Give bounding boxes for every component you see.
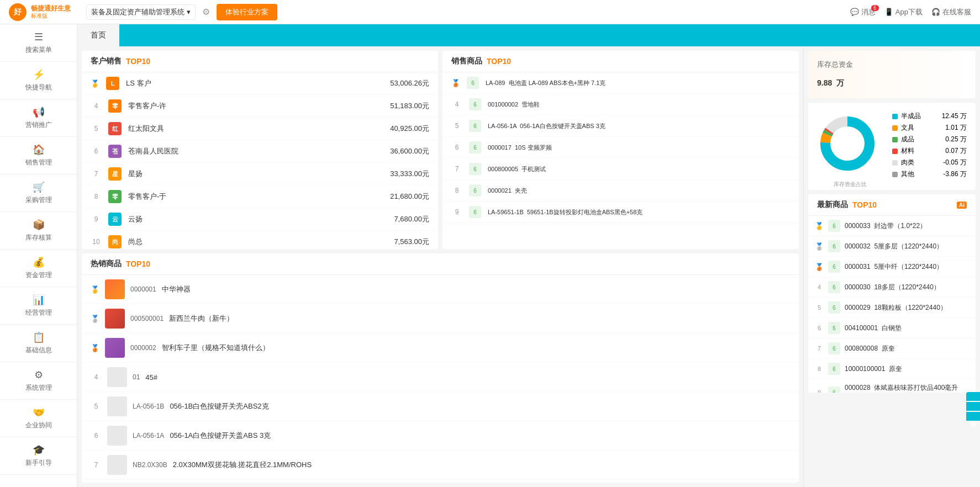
- rank-5: 5: [91, 125, 102, 133]
- latest-products-header: 最新商品 TOP10 Ai: [808, 194, 976, 216]
- hot-name-2: 新西兰牛肉（新牛）: [169, 314, 234, 324]
- hot-products-top10: TOP10: [126, 260, 150, 268]
- sales-product-item-5: 5 6 LA-056-1A 056-1A白色按键开关盖ABS 3克: [442, 115, 799, 137]
- right-panel: 库存总资金 9.88 万: [803, 46, 980, 487]
- product-img-6: [107, 426, 127, 446]
- medal-bronze-icon: 🥉: [451, 79, 460, 87]
- legend-value-5: -3.86 万: [943, 170, 967, 179]
- sales-product-item-4: 4 6 001000002 雪地鞋: [442, 94, 799, 115]
- product-img-7: [107, 455, 127, 475]
- float-community[interactable]: 服务社区: [966, 402, 980, 411]
- latest-medal-silver: 🥈: [815, 242, 824, 251]
- latest-icon-6: 6: [828, 322, 840, 334]
- hot-products-card: 热销商品 TOP10 🥇 0000001 中华神器 🥈: [82, 253, 799, 483]
- customer-item-7: 7 星 星扬 33,333.00元: [82, 163, 438, 186]
- latest-product-4: 4 6 0000030 18多层（1220*2440）: [808, 277, 976, 298]
- customer-value-8: 21,680.00元: [390, 192, 429, 202]
- sidebar-label-basic-info: 基础信息: [25, 346, 52, 355]
- customer-item-10: 10 尚 尚总 7,563.00元: [82, 231, 438, 249]
- hot-name-1: 中华神器: [162, 284, 191, 294]
- marketing-icon: 📢: [33, 106, 45, 118]
- app-download-button[interactable]: 📱 App下载: [884, 7, 923, 17]
- trial-button[interactable]: 体验行业方案: [217, 4, 277, 20]
- logo-icon: 好: [9, 3, 27, 21]
- customer-badge-8: 零: [108, 190, 122, 203]
- sales-product-name-5: 000800005 手机测试: [488, 165, 790, 173]
- sidebar-item-sales[interactable]: 🏠 销售管理: [0, 137, 77, 174]
- product-img-1: [105, 279, 125, 299]
- tab-home[interactable]: 首页: [77, 24, 119, 46]
- customer-name-8: 零售客户-于: [128, 192, 383, 202]
- top-sales-products-header: 销售商品 TOP10: [442, 51, 799, 72]
- nav-icon: ⚡: [33, 68, 45, 81]
- top-customers-header: 客户销售 TOP10: [82, 51, 438, 72]
- product-icon-4: 6: [469, 141, 481, 153]
- product-icon-2: 6: [469, 98, 481, 110]
- customer-item-9: 9 云 云扬 7,680.00元: [82, 208, 438, 231]
- rank-4: 4: [91, 102, 102, 110]
- online-service-button[interactable]: 🎧 在线客服: [931, 7, 971, 17]
- settings-icon[interactable]: ⚙: [202, 7, 210, 17]
- customer-badge-7: 星: [108, 167, 122, 181]
- finance-icon: 💰: [33, 256, 45, 268]
- customer-name-7: 星扬: [128, 169, 383, 179]
- sidebar-label-sales: 销售管理: [25, 158, 52, 167]
- inventory-icon: 📦: [33, 219, 45, 231]
- sales-product-item-3: 🥉 6 LA-089 电池盖 LA-089 ABS本色+黑种 7.1克: [442, 72, 799, 94]
- latest-products-title: 最新商品: [817, 200, 848, 210]
- customer-name-6: 苍南县人民医院: [128, 146, 383, 156]
- hot-product-4: 4 01 45#: [82, 363, 799, 392]
- system-selector[interactable]: 装备及固定资产辅助管理系统 ▾: [86, 4, 196, 20]
- sales-product-name-6: 0000021 夹壳: [488, 187, 790, 195]
- search-icon: ☰: [34, 31, 43, 43]
- inventory-chart-card: 库存资金占比 半成品 12.45 万: [808, 103, 976, 190]
- latest-products-top10: TOP10: [852, 200, 877, 209]
- latest-info-8: 10000100001 原奎: [845, 364, 969, 374]
- latest-products-card: 最新商品 TOP10 Ai 🥇 6 0000033 封边带（1.0*22）: [808, 194, 976, 393]
- guide-icon: 🎓: [33, 444, 45, 456]
- legend-dot-1: [892, 125, 898, 131]
- nav-bar: 首页: [77, 24, 980, 46]
- message-button[interactable]: 💬 消息 6: [850, 7, 876, 17]
- sidebar-label-marketing: 营销推广: [25, 120, 52, 130]
- customer-name-5: 红太阳文具: [128, 124, 383, 134]
- latest-icon-1: 6: [828, 220, 840, 232]
- legend-label-2: 成品: [901, 135, 914, 144]
- hot-product-1: 🥇 0000001 中华神器: [82, 275, 799, 304]
- sidebar-label-purchase: 采购管理: [25, 195, 52, 205]
- latest-product-5: 5 6 0000029 18颗粒板（1220*2440）: [808, 298, 976, 318]
- sidebar-item-collab[interactable]: 🤝 企业协同: [0, 400, 77, 437]
- sidebar-item-operations[interactable]: 📊 经营管理: [0, 287, 77, 325]
- customer-value-4: 51,183.00元: [390, 101, 429, 111]
- float-customer-service[interactable]: 客服热线: [966, 392, 980, 401]
- sidebar-item-purchase[interactable]: 🛒 采购管理: [0, 174, 77, 212]
- legend-item-2: 成品 0.25 万: [892, 135, 967, 144]
- left-section: 客户销售 TOP10 🥇 L LS 客户 53,006.26元: [77, 46, 803, 487]
- main-layout: ☰ 搜索菜单 ⚡ 快捷导航 📢 营销推广 🏠 销售管理 🛒 采购管理 📦 库存核…: [0, 24, 980, 487]
- sidebar-item-search[interactable]: ☰ 搜索菜单: [0, 24, 77, 62]
- sidebar-item-finance[interactable]: 💰 资金管理: [0, 250, 77, 287]
- hot-product-6: 6 LA-056-1A 056-1A白色按键开关盖ABS 3克: [82, 421, 799, 451]
- legend-label-0: 半成品: [901, 112, 921, 121]
- sidebar-item-guide[interactable]: 🎓 新手引导: [0, 437, 77, 475]
- main-content: 客户销售 TOP10 🥇 L LS 客户 53,006.26元: [77, 46, 980, 487]
- customer-item-4: 4 零 零售客户-许 51,183.00元: [82, 95, 438, 118]
- latest-info-2: 0000032 5厘多层（1220*2440）: [845, 242, 969, 251]
- sidebar-item-basic-info[interactable]: 📋 基础信息: [0, 325, 77, 362]
- top-sales-products-card: 销售商品 TOP10 🥉 6 LA-089 电池盖 LA-089 ABS本色+黑…: [442, 51, 799, 249]
- sidebar-item-marketing[interactable]: 📢 营销推广: [0, 99, 77, 137]
- inventory-summary-card: 库存总资金 9.88 万: [808, 51, 976, 98]
- float-live[interactable]: 直播: [966, 412, 980, 421]
- hot-name-7: 2.0X30MM双搓花轴.搓花直径2.1MM/ROHS: [173, 460, 312, 470]
- sidebar-item-inventory[interactable]: 📦 库存核算: [0, 212, 77, 250]
- legend-item-0: 半成品 12.45 万: [892, 112, 967, 121]
- sidebar-item-nav[interactable]: ⚡ 快捷导航: [0, 62, 77, 99]
- latest-icon-9: 6: [828, 387, 840, 393]
- rankings-row: 客户销售 TOP10 🥇 L LS 客户 53,006.26元: [82, 51, 799, 249]
- sidebar-item-system[interactable]: ⚙ 系统管理: [0, 362, 77, 400]
- sales-product-name-4: 0000017 10S 变频罗频: [488, 144, 790, 152]
- operations-icon: 📊: [33, 294, 45, 306]
- top-customers-top10: TOP10: [126, 57, 150, 66]
- logo-text: 畅捷通好生意 标准版: [31, 4, 71, 19]
- latest-product-3: 🥉 6 0000031 5厘中纤（1220*2440）: [808, 257, 976, 277]
